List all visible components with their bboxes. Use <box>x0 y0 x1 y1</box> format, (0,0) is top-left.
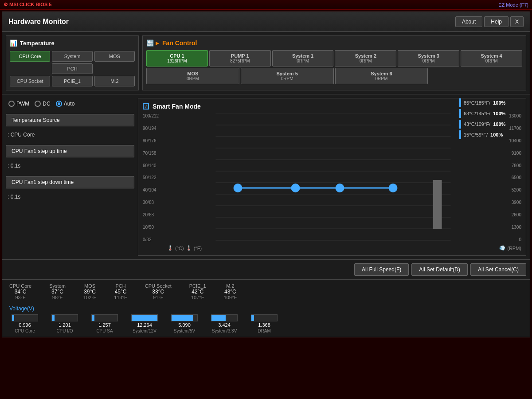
temp-c-label: (°C) <box>175 246 184 251</box>
rpm-label-6: 5200 <box>501 188 521 192</box>
volt-system33v-name: System/3.3V <box>212 329 237 333</box>
legend-item-1: 63°C/145°F/ 100% <box>459 109 526 118</box>
all-full-speed-button[interactable]: All Full Speed(F) <box>354 263 409 276</box>
msi-logo: ⚙ MSI CLICK BIOS 5 <box>4 2 51 8</box>
reading-cpu-core-celsius: 34°C <box>9 289 31 295</box>
help-button[interactable]: Help <box>484 16 509 27</box>
volt-dram: 1.368 DRAM <box>249 314 280 333</box>
reading-mos-fahr: 102°F <box>83 295 96 300</box>
rpm-label-3: 9100 <box>501 151 521 156</box>
sensor-pch[interactable]: PCH <box>52 63 92 74</box>
legend-item-0: 85°C/185°F/ 100% <box>459 98 526 107</box>
dc-radio[interactable]: DC <box>35 101 50 107</box>
titlebar-buttons: About Help X <box>455 16 524 27</box>
fan-pump1[interactable]: PUMP 1 8275RPM <box>209 50 271 66</box>
fan-system2[interactable]: System 2 0RPM <box>335 50 396 66</box>
fan-system5[interactable]: System 5 0RPM <box>241 68 334 84</box>
sensor-cpu-core[interactable]: CPU Core <box>10 51 50 62</box>
hardware-monitor-window: Hardware Monitor About Help X 📊 Temperat… <box>2 12 530 337</box>
left-controls: PWM DC Auto Temperature Source : CPU Cor… <box>6 98 134 256</box>
pwm-radio[interactable]: PWM <box>8 101 29 107</box>
volt-system12v-value: 12.264 <box>137 322 152 328</box>
reading-cpu-socket: CPU Socket 33°C 91°F <box>145 283 172 300</box>
close-button[interactable]: X <box>510 16 524 27</box>
all-set-default-button[interactable]: All Set Default(D) <box>411 263 468 276</box>
legend-item-2: 43°C/109°F/ 100% <box>459 120 526 129</box>
control-point-1[interactable] <box>234 184 243 192</box>
legend-pct-3: 100% <box>490 132 503 137</box>
legend-pct-2: 100% <box>493 121 505 127</box>
pwm-label: PWM <box>16 101 29 107</box>
volt-system12v-name: System/12V <box>133 329 156 333</box>
sensor-system[interactable]: System <box>52 51 92 62</box>
volt-cpu-core-bar-container <box>12 314 38 321</box>
fan-system6[interactable]: System 6 0RPM <box>335 68 428 84</box>
fan-cpu1[interactable]: CPU 1 1926RPM <box>146 50 208 66</box>
volt-system5v-bar <box>172 315 193 321</box>
smart-fan-checkbox[interactable] <box>143 103 149 110</box>
reading-system-label: System <box>49 283 66 289</box>
fan-system1[interactable]: System 1 0RPM <box>272 50 334 66</box>
sensor-m2[interactable]: M.2 <box>94 76 135 86</box>
fan-mos[interactable]: MOS 0RPM <box>146 68 239 84</box>
reading-mos-celsius: 39°C <box>83 289 96 295</box>
sensor-pcie1[interactable]: PCIE_1 <box>52 76 92 86</box>
smart-fan-title: Smart Fan Mode <box>153 103 201 110</box>
reading-pcie1: PCIE_1 42°C 107°F <box>189 283 206 300</box>
volt-system33v-bar <box>211 315 226 321</box>
top-section: 📊 Temperature CPU Core System MOS PCH CP… <box>2 32 530 94</box>
auto-radio[interactable]: Auto <box>56 101 75 107</box>
sensor-mos[interactable]: MOS <box>94 51 135 62</box>
reading-m2: M.2 43°C 109°F <box>224 283 237 300</box>
reading-cpu-core-label: CPU Core <box>9 283 31 289</box>
reading-system: System 37°C 98°F <box>49 283 66 300</box>
about-button[interactable]: About <box>455 16 482 27</box>
mode-selector: PWM DC Auto <box>6 98 134 110</box>
fan-grid-row2: MOS 0RPM System 5 0RPM System 6 0RPM <box>146 68 522 84</box>
reading-pch: PCH 45°C 113°F <box>114 283 127 300</box>
volt-cpu-io: 1.201 CPU I/O <box>49 314 80 333</box>
reading-cpu-socket-celsius: 33°C <box>145 289 172 295</box>
fan-system4[interactable]: System 4 0RPM <box>461 50 522 66</box>
voltage-bars: 0.996 CPU Core 1.201 CPU I/O 1.257 CPU S… <box>9 314 523 333</box>
volt-dram-bar <box>251 315 254 321</box>
chart-svg <box>167 113 499 242</box>
footer-left: 🌡️ (°C) 🌡️ (°F) <box>167 245 202 251</box>
voltage-section: Voltage(V) 0.996 CPU Core 1.201 CPU I/O <box>2 304 530 337</box>
fan-control-panel: 🔙 ▸ Fan Control CPU 1 1926RPM PUMP 1 827… <box>142 35 526 90</box>
rpm-label-8: 2600 <box>501 212 521 217</box>
temp-f-label: (°F) <box>194 246 202 251</box>
temp-source-button[interactable]: Temperature Source <box>6 114 134 126</box>
voltage-label[interactable]: Voltage(V) <box>9 305 523 312</box>
volt-system5v: 5.090 System/5V <box>169 314 200 333</box>
sensor-cpu-socket[interactable]: CPU Socket <box>10 76 50 86</box>
fan-system3[interactable]: System 3 0RPM <box>398 50 459 66</box>
y-label-10: 0/32 <box>143 237 167 242</box>
sensor-buttons-row2: CPU Socket PCIE_1 M.2 <box>10 76 135 86</box>
reading-mos-label: MOS <box>83 283 96 289</box>
control-point-2[interactable] <box>291 184 300 192</box>
volt-cpu-core-value: 0.996 <box>19 322 31 328</box>
volt-system5v-bar-container <box>171 314 198 321</box>
y-label-7: 30/88 <box>143 200 167 205</box>
ez-mode-label: EZ Mode (F7) <box>498 2 528 8</box>
volt-dram-bar-container <box>251 314 278 321</box>
bottom-buttons: All Full Speed(F) All Set Default(D) All… <box>2 259 530 279</box>
reading-pcie1-label: PCIE_1 <box>189 283 206 289</box>
all-set-cancel-button[interactable]: All Set Cancel(C) <box>470 263 526 276</box>
control-point-4[interactable] <box>389 184 398 192</box>
legend-bar-2 <box>459 120 461 129</box>
rpm-label-7: 3900 <box>501 200 521 205</box>
step-down-button[interactable]: CPU Fan1 step down time <box>6 176 134 188</box>
legend-temp-1: 63°C/145°F/ <box>464 111 490 116</box>
rpm-label-10: 0 <box>501 237 521 242</box>
control-point-3[interactable] <box>336 184 344 192</box>
volt-system33v-value: 3.424 <box>218 322 231 328</box>
legend-bar-0 <box>459 98 461 107</box>
reading-pcie1-fahr: 107°F <box>189 295 206 300</box>
temperature-panel-header: 📊 Temperature <box>10 39 135 47</box>
legend-temp-3: 15°C/59°F/ <box>464 132 488 137</box>
temperature-icon: 📊 <box>10 39 17 47</box>
y-label-5: 50/122 <box>143 175 167 180</box>
step-up-button[interactable]: CPU Fan1 step up time <box>6 145 134 157</box>
